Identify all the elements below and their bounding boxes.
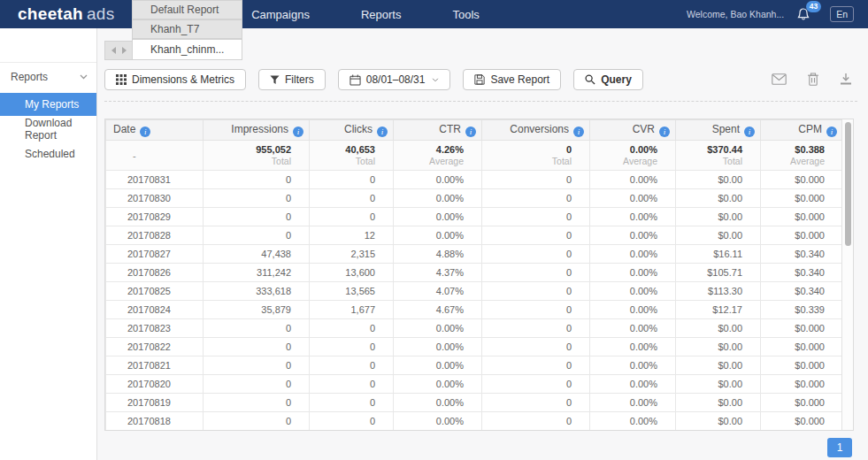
column-header-cvr: CVRi bbox=[590, 120, 676, 141]
nav-item-tools[interactable]: Tools bbox=[452, 8, 479, 21]
value-cell: 0 bbox=[482, 171, 590, 189]
value-cell: 0.00% bbox=[394, 208, 482, 226]
value-cell: $0.00 bbox=[676, 356, 761, 375]
value-cell: 0 bbox=[310, 338, 394, 356]
report-tab-2[interactable]: Khanh_T7 bbox=[132, 19, 242, 39]
column-header-cpm: CPMi bbox=[761, 120, 842, 141]
date-cell: 20170826 bbox=[106, 264, 204, 282]
value-cell: 4.67% bbox=[394, 301, 482, 319]
info-icon[interactable]: i bbox=[826, 126, 837, 137]
info-icon[interactable]: i bbox=[744, 126, 755, 137]
column-header-label: Impressions bbox=[231, 123, 288, 135]
column-header-ctr: CTRi bbox=[394, 120, 482, 141]
calendar-icon bbox=[350, 74, 361, 86]
download-icon bbox=[840, 73, 852, 86]
totals-sublabel: Average bbox=[394, 156, 464, 166]
tab-scroll-arrows[interactable] bbox=[104, 41, 133, 60]
value-cell: 0.00% bbox=[394, 356, 482, 375]
table-row: 201708280120.00%00.00%$0.00$0.000 bbox=[106, 226, 842, 245]
nav-item-campaigns[interactable]: Campaigns bbox=[251, 8, 310, 21]
totals-value: 40,653 bbox=[310, 144, 375, 155]
info-icon[interactable]: i bbox=[659, 126, 670, 137]
totals-value-cell: 4.26%Average bbox=[394, 141, 482, 171]
tab-scroll-right-icon[interactable] bbox=[122, 47, 127, 54]
value-cell: 0.00% bbox=[590, 375, 676, 394]
info-icon[interactable]: i bbox=[377, 126, 388, 137]
report-tabs: Default ReportKhanh_T7Khanh_chinm... bbox=[104, 39, 242, 60]
totals-value-cell: $370.44Total bbox=[676, 141, 761, 171]
table-row: 2017082747,4382,3154.88%00.00%$16.11$0.3… bbox=[106, 245, 842, 264]
tab-scroll-left-icon[interactable] bbox=[111, 47, 116, 54]
value-cell: $0.000 bbox=[761, 375, 842, 394]
page-1-button[interactable]: 1 bbox=[827, 438, 852, 457]
value-cell: 0.00% bbox=[590, 226, 676, 245]
report-tab-3[interactable]: Khanh_chinm... bbox=[132, 39, 242, 60]
value-cell: $0.340 bbox=[761, 282, 842, 301]
toolbar-separator bbox=[104, 101, 857, 102]
column-header-label: Clicks bbox=[344, 123, 373, 135]
sidebar-items: My ReportsDownload ReportScheduled bbox=[0, 93, 96, 165]
query-button[interactable]: Query bbox=[573, 69, 643, 90]
sidebar-item-scheduled[interactable]: Scheduled bbox=[0, 142, 96, 165]
column-header-clicks: Clicksi bbox=[310, 120, 394, 141]
envelope-icon bbox=[772, 73, 787, 85]
value-cell: 0.00% bbox=[590, 319, 676, 338]
value-cell: 0.00% bbox=[394, 171, 482, 189]
value-cell: 0 bbox=[204, 319, 310, 338]
value-cell: 0.00% bbox=[590, 338, 676, 356]
column-header-label: Date bbox=[113, 123, 135, 135]
value-cell: 0 bbox=[310, 412, 394, 431]
logo[interactable]: cheetahads bbox=[18, 4, 114, 24]
save-report-button[interactable]: Save Report bbox=[463, 69, 561, 90]
value-cell: 0 bbox=[310, 394, 394, 412]
totals-value-cell: $0.388Average bbox=[761, 141, 842, 171]
value-cell: 0 bbox=[482, 301, 590, 319]
table-scrollbar[interactable] bbox=[841, 119, 853, 430]
totals-sublabel: Average bbox=[761, 156, 825, 166]
date-cell: 20170824 bbox=[106, 301, 204, 319]
value-cell: 2,315 bbox=[310, 245, 394, 264]
value-cell: $0.00 bbox=[676, 394, 761, 412]
info-icon[interactable]: i bbox=[465, 126, 476, 137]
value-cell: 0 bbox=[310, 319, 394, 338]
value-cell: 0.00% bbox=[590, 208, 676, 226]
scrollbar-thumb[interactable] bbox=[845, 122, 851, 246]
info-icon[interactable]: i bbox=[573, 126, 584, 137]
delete-report-button[interactable] bbox=[807, 73, 819, 89]
value-cell: $0.340 bbox=[761, 264, 842, 282]
totals-value: 0 bbox=[482, 144, 572, 155]
notifications-button[interactable]: 43 bbox=[796, 7, 810, 21]
grid-icon bbox=[116, 74, 127, 85]
value-cell: $0.000 bbox=[761, 412, 842, 431]
totals-sublabel: Total bbox=[482, 156, 572, 166]
date-cell: 20170830 bbox=[106, 189, 204, 208]
value-cell: 0.00% bbox=[590, 245, 676, 264]
value-cell: $0.00 bbox=[676, 171, 761, 189]
info-icon[interactable]: i bbox=[293, 126, 303, 137]
nav-item-reports[interactable]: Reports bbox=[361, 8, 402, 21]
filters-button[interactable]: Filters bbox=[258, 69, 326, 90]
totals-sublabel: Total bbox=[676, 156, 742, 166]
download-report-button[interactable] bbox=[840, 73, 852, 89]
date-cell: 20170820 bbox=[106, 375, 204, 394]
sidebar-section-reports[interactable]: Reports bbox=[0, 62, 96, 91]
column-header-conversions: Conversionsi bbox=[482, 120, 590, 141]
value-cell: $0.00 bbox=[676, 412, 761, 431]
value-cell: $0.00 bbox=[676, 375, 761, 394]
sidebar-item-download-report[interactable]: Download Report bbox=[0, 118, 96, 141]
value-cell: $0.000 bbox=[761, 189, 842, 208]
language-selector[interactable]: En bbox=[830, 6, 854, 22]
info-icon[interactable]: i bbox=[140, 126, 150, 137]
date-range-button[interactable]: 08/01–08/31 bbox=[338, 69, 451, 90]
value-cell: $0.000 bbox=[761, 356, 842, 375]
totals-value: $370.44 bbox=[676, 144, 742, 155]
table-row: 2017082435,8791,6774.67%00.00%$12.17$0.3… bbox=[106, 301, 842, 319]
value-cell: 13,600 bbox=[310, 264, 394, 282]
value-cell: 0 bbox=[204, 375, 310, 394]
email-report-button[interactable] bbox=[772, 73, 787, 89]
dimensions-metrics-button[interactable]: Dimensions & Metrics bbox=[104, 69, 246, 90]
sidebar-item-my-reports[interactable]: My Reports bbox=[0, 93, 96, 116]
value-cell: 0 bbox=[204, 171, 310, 189]
report-tab-1[interactable]: Default Report bbox=[132, 0, 242, 19]
trash-icon bbox=[807, 73, 819, 86]
